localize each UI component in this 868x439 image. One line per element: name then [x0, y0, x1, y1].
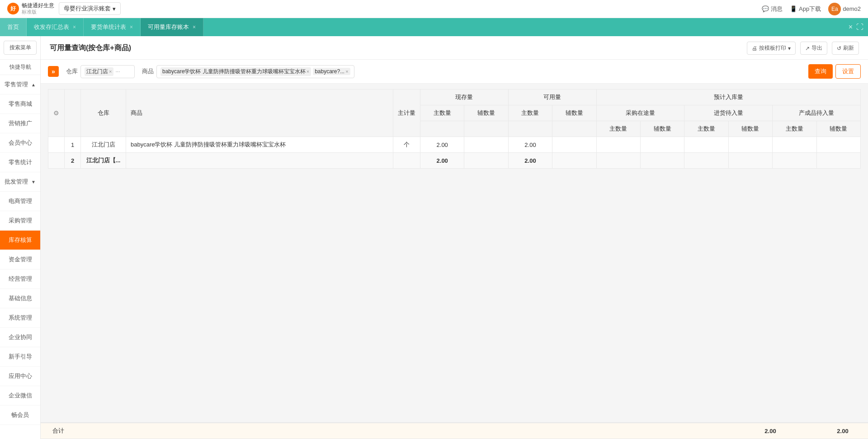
cell-ip-main-1: [684, 137, 728, 153]
sidebar-item-wholesale-mgmt[interactable]: 批发管理 ▼: [0, 172, 40, 192]
search-menu-btn[interactable]: 搜索菜单: [4, 41, 37, 55]
requisition-label: 要货单统计表: [91, 23, 126, 31]
filter-expand-btn[interactable]: »: [48, 66, 59, 77]
th-av-aux2: [552, 121, 596, 137]
cell-ip-aux-2: [728, 153, 772, 169]
sidebar-item-enterprise-collab[interactable]: 企业协同: [0, 328, 40, 347]
th-pp-aux: 辅数量: [816, 121, 860, 137]
app-download-label: App下载: [799, 5, 821, 13]
sidebar-item-purchase-mgmt[interactable]: 采购管理: [0, 211, 40, 231]
data-table: ⚙ 仓库 商品 主计量 现存量 可用量 预计入库量 主数量 辅数量 主数量: [48, 89, 861, 169]
page-actions: 🖨 按模板打印 ▾ ↗ 导出 ↺ 刷新: [747, 42, 859, 55]
receive-send-label: 收发存汇总表: [34, 23, 69, 31]
cell-ip-main-2: [684, 153, 728, 169]
user-name: demo2: [843, 5, 861, 12]
sidebar-item-retail-stats[interactable]: 零售统计: [0, 153, 40, 172]
export-btn[interactable]: ↗ 导出: [800, 42, 827, 55]
message-icon: 💬: [762, 5, 769, 12]
avatar: Ea: [828, 3, 841, 15]
query-btn[interactable]: 查询: [808, 64, 833, 79]
page-header: 可用量查询(按仓库+商品) 🖨 按模板打印 ▾ ↗ 导出 ↺ 刷新: [41, 36, 868, 60]
tab-receive-send[interactable]: 收发存汇总表 ×: [27, 18, 84, 36]
cell-unit-2: [393, 153, 420, 169]
print-btn[interactable]: 🖨 按模板打印 ▾: [747, 42, 796, 55]
home-tab-label: 首页: [7, 23, 19, 31]
sidebar-item-ecommerce-mgmt[interactable]: 电商管理: [0, 192, 40, 211]
cell-warehouse-2: 江北门店【...: [81, 153, 126, 169]
user-profile[interactable]: Ea demo2: [828, 3, 861, 15]
sidebar-item-app-center[interactable]: 应用中心: [0, 367, 40, 386]
sidebar-item-marketing[interactable]: 营销推广: [0, 114, 40, 133]
tab-close-receive-send[interactable]: ×: [73, 24, 76, 30]
app-download-btn[interactable]: 📱 App下载: [790, 5, 821, 13]
app-center-label: 应用中心: [9, 372, 32, 380]
refresh-label: 刷新: [843, 44, 854, 52]
tab-home[interactable]: 首页: [0, 18, 27, 36]
tab-fullscreen-icon[interactable]: ⛶: [856, 23, 863, 31]
sidebar-item-operation-mgmt[interactable]: 经营管理: [0, 269, 40, 289]
industry-selector[interactable]: 母婴行业演示账套 ▾: [59, 2, 121, 15]
product-tag-2-close[interactable]: ×: [345, 69, 348, 74]
wholesale-mgmt-label: 批发管理: [5, 178, 28, 186]
th-current-stock-group: 现存量: [420, 90, 509, 105]
tab-close-icon[interactable]: ×: [849, 23, 853, 31]
warehouse-filter-tags[interactable]: 江北门店 × ···: [80, 65, 135, 78]
sidebar-item-new-guide[interactable]: 新手引导: [0, 347, 40, 367]
th-available-main: 主数量: [508, 105, 552, 121]
sidebar-item-finance-mgmt[interactable]: 资金管理: [0, 250, 40, 269]
table-row-subtotal: 2 江北门店【... 2.00 2.00: [48, 153, 861, 169]
ecommerce-mgmt-label: 电商管理: [9, 197, 32, 205]
cell-gear-2: [48, 153, 65, 169]
sidebar-item-retail-mall[interactable]: 零售商城: [0, 94, 40, 114]
product-tag-1: babycare学饮杯 儿童防摔防撞吸管杯重力球吸嘴杯宝宝水杯 ×: [160, 67, 311, 76]
table-row: 1 江北门店 babycare学饮杯 儿童防摔防撞吸管杯重力球吸嘴杯宝宝水杯 个…: [48, 137, 861, 153]
settings-btn[interactable]: 设置: [835, 64, 861, 79]
tab-requisition[interactable]: 要货单统计表 ×: [84, 18, 141, 36]
th-available-group: 可用量: [508, 90, 596, 105]
th-settings[interactable]: ⚙: [48, 90, 65, 137]
cell-po-main-2: [596, 153, 640, 169]
sidebar-item-basic-info[interactable]: 基础信息: [0, 289, 40, 308]
tab-available-stock[interactable]: 可用量库存账本 ×: [141, 18, 203, 36]
footer-available-main: 2.00: [825, 428, 861, 434]
product-tag-2: babycare?... ×: [313, 68, 350, 75]
tab-close-available-stock[interactable]: ×: [193, 24, 196, 30]
cell-po-aux-2: [640, 153, 684, 169]
refresh-btn[interactable]: ↺ 刷新: [832, 42, 859, 55]
logo-icon: 好: [7, 3, 19, 14]
refresh-icon: ↺: [837, 45, 841, 52]
warehouse-tag-close[interactable]: ×: [109, 69, 112, 74]
warehouse-filter-label: 仓库: [66, 67, 78, 76]
th-purchase-onway-group: 采购在途量: [596, 105, 684, 121]
footer-total-label: 合计: [52, 427, 64, 435]
th-cs-main2: [420, 121, 464, 137]
cell-gear: [48, 137, 65, 153]
print-label: 按模板打印: [759, 44, 786, 52]
sidebar-item-retail-mgmt[interactable]: 零售管理 ▲: [0, 75, 40, 94]
sidebar-item-enterprise-wechat[interactable]: 企业微信: [0, 386, 40, 406]
sidebar-item-system-mgmt[interactable]: 系统管理: [0, 308, 40, 328]
product-tag-1-close[interactable]: ×: [307, 69, 309, 74]
sidebar-item-member-center[interactable]: 会员中心: [0, 133, 40, 153]
gear-icon[interactable]: ⚙: [53, 109, 59, 117]
th-current-main: 主数量: [420, 105, 464, 121]
sidebar-quick-nav[interactable]: 快捷导航: [0, 60, 40, 75]
new-guide-label: 新手引导: [9, 353, 32, 361]
logo-text-block: 畅捷通好生意 标准版: [22, 2, 54, 15]
cell-seq-2: 2: [65, 153, 81, 169]
cell-current-aux-1: [464, 137, 508, 153]
retail-mgmt-label: 零售管理: [5, 80, 28, 89]
finance-mgmt-label: 资金管理: [9, 255, 32, 264]
product-filter-tags[interactable]: babycare学饮杯 儿童防摔防撞吸管杯重力球吸嘴杯宝宝水杯 × babyca…: [156, 65, 354, 78]
sidebar-item-member[interactable]: 畅会员: [0, 406, 40, 425]
cell-available-aux-2: [552, 153, 596, 169]
top-bar-left: 好 畅捷通好生意 标准版 母婴行业演示账套 ▾: [7, 2, 121, 15]
member-center-label: 会员中心: [9, 139, 32, 147]
basic-info-label: 基础信息: [9, 294, 32, 302]
sidebar-item-inventory-check[interactable]: 库存核算: [0, 231, 40, 250]
inventory-check-label: 库存核算: [9, 236, 32, 244]
product-filter-label: 商品: [142, 67, 154, 76]
print-icon: 🖨: [752, 45, 757, 52]
message-btn[interactable]: 💬 消息: [762, 5, 783, 13]
tab-close-requisition[interactable]: ×: [130, 24, 133, 30]
